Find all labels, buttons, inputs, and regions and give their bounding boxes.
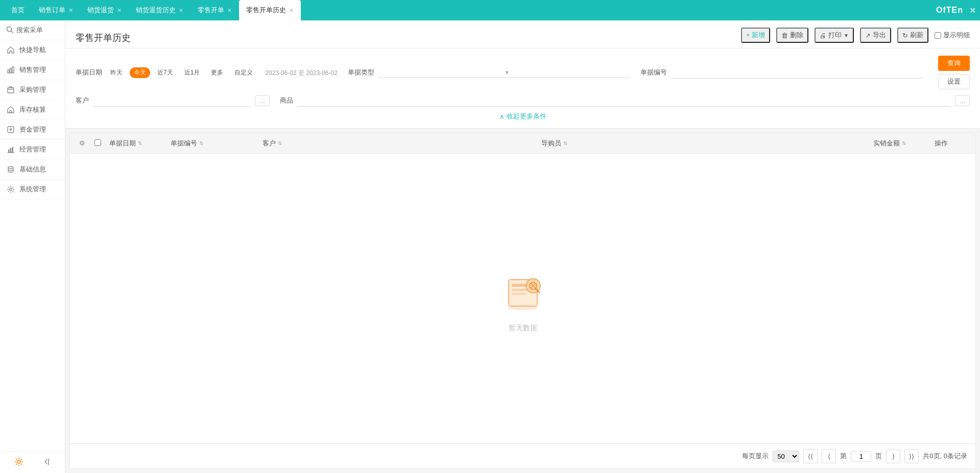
sidebar-item-inventory[interactable]: 库存核算: [0, 100, 65, 120]
date-btn-custom[interactable]: 自定义: [230, 67, 257, 78]
prev-page-btn[interactable]: ⟨: [822, 449, 836, 463]
date-btn-more[interactable]: 更多: [207, 67, 227, 78]
empty-icon: [497, 264, 548, 315]
add-btn[interactable]: + 新增: [741, 28, 770, 43]
next-page-btn[interactable]: ⟩: [886, 449, 900, 463]
doc-type-select[interactable]: ▼: [378, 67, 630, 78]
tab-sales-order[interactable]: 销售订单 ✕: [32, 0, 80, 20]
tab-sales-return[interactable]: 销货退货 ✕: [80, 0, 129, 20]
date-btn-7days[interactable]: 近7天: [153, 67, 177, 78]
tab-retail-history[interactable]: 零售开单历史 ✕: [239, 0, 301, 20]
sidebar-item-quick-nav[interactable]: 快捷导航: [0, 40, 65, 60]
home-icon: [6, 45, 15, 55]
filter-doc-type: 单据类型 ▼: [348, 67, 630, 78]
svg-rect-4: [12, 67, 14, 73]
settings-btn[interactable]: 设置: [938, 74, 970, 89]
print-btn[interactable]: 🖨 打印 ▼: [815, 28, 854, 43]
last-page-btn[interactable]: ⟩⟩: [904, 449, 919, 463]
customer-select-btn[interactable]: ...: [255, 95, 270, 106]
first-page-btn[interactable]: ⟨⟨: [803, 449, 818, 463]
show-detail-checkbox[interactable]: 显示明细: [935, 31, 970, 40]
col-header-num[interactable]: 单据编号 ⇅: [166, 139, 258, 148]
tab-close-retail-history[interactable]: ✕: [289, 7, 294, 14]
tabbar-right: OfTEn ✕: [936, 6, 976, 15]
delete-btn[interactable]: 🗑 删除: [776, 28, 808, 43]
tab-sales-return-history[interactable]: 销货退货历史 ✕: [129, 0, 190, 20]
sort-guide-icon: ⇅: [563, 140, 567, 146]
finance-icon: [6, 125, 15, 134]
collapse-up-icon: ∧: [499, 113, 505, 120]
svg-rect-2: [8, 70, 9, 73]
doc-num-input[interactable]: [671, 66, 923, 79]
filter-row-2: 客户 ... 商品 ...: [76, 94, 970, 107]
page-size-select[interactable]: 50 10 20 100: [773, 451, 799, 462]
tab-close-sales-return-history[interactable]: ✕: [179, 7, 183, 14]
goods-input[interactable]: [297, 94, 951, 107]
column-settings-btn[interactable]: ⚙: [74, 139, 90, 147]
date-btn-1month[interactable]: 近1月: [180, 67, 204, 78]
page-input[interactable]: [851, 451, 871, 462]
sidebar-item-finance[interactable]: 资金管理: [0, 120, 65, 140]
svg-rect-20: [512, 293, 526, 295]
date-btn-today[interactable]: 今天: [130, 67, 150, 78]
goods-select-btn[interactable]: ...: [955, 95, 970, 106]
window-close-btn[interactable]: ✕: [969, 6, 976, 15]
tab-close-sales-return[interactable]: ✕: [117, 7, 122, 14]
sidebar-search[interactable]: 搜索采单: [0, 20, 65, 40]
search-icon: [6, 26, 13, 35]
col-header-date[interactable]: 单据日期 ⇅: [105, 139, 166, 148]
print-dropdown-icon: ▼: [844, 33, 849, 38]
collapse-sidebar-btn[interactable]: [41, 457, 51, 468]
collapse-btn[interactable]: ∧ 收起更多条件: [76, 112, 970, 121]
page-title: 零售开单历史: [76, 32, 131, 44]
svg-point-12: [10, 188, 12, 191]
sort-amount-icon: ⇅: [902, 140, 906, 146]
date-btn-yesterday[interactable]: 昨天: [106, 67, 127, 78]
sidebar-item-operations[interactable]: 经营管理: [0, 140, 65, 160]
filter-goods: 商品 ...: [280, 94, 970, 107]
svg-point-11: [8, 167, 13, 169]
empty-state: 暂无数据: [70, 154, 975, 443]
chevron-down-icon: ▼: [504, 69, 627, 76]
sidebar-item-system[interactable]: 系统管理: [0, 180, 65, 200]
tab-home[interactable]: 首页: [4, 0, 32, 20]
sidebar-item-purchase-mgmt[interactable]: 采购管理: [0, 80, 65, 100]
select-all-checkbox[interactable]: [90, 139, 105, 147]
warehouse-icon: [6, 105, 15, 114]
box-icon: [6, 85, 15, 94]
table-section: ⚙ 单据日期 ⇅ 单据编号 ⇅ 客户 ⇅ 导购员 ⇅: [69, 133, 976, 469]
tab-retail-open[interactable]: 零售开单 ✕: [190, 0, 239, 20]
export-icon: ↗: [865, 32, 871, 39]
settings-icon: [6, 185, 15, 194]
query-btn[interactable]: 查询: [938, 56, 970, 71]
gear-btn[interactable]: [14, 457, 23, 468]
delete-icon: 🗑: [781, 32, 788, 39]
sidebar-item-sales-mgmt[interactable]: 销售管理: [0, 60, 65, 80]
print-icon: 🖨: [820, 32, 826, 39]
date-filters: 昨天 今天 近7天 近1月 更多 自定义: [106, 67, 257, 78]
refresh-btn[interactable]: ↻ 刷新: [897, 28, 928, 43]
filter-row-1: 单据日期 昨天 今天 近7天 近1月 更多 自定义 2023-06-02 至 2…: [76, 56, 970, 89]
customer-input[interactable]: [93, 94, 251, 107]
empty-text: 暂无数据: [509, 323, 537, 333]
filter-customer: 客户 ...: [76, 94, 270, 107]
total-info: 共0页, 0条记录: [923, 452, 967, 461]
filter-date: 单据日期 昨天 今天 近7天 近1月 更多 自定义 2023-06-02 至 2…: [76, 67, 338, 78]
brand-logo: OfTEn: [936, 6, 963, 15]
sidebar-item-base-info[interactable]: 基础信息: [0, 160, 65, 180]
col-header-customer[interactable]: 客户 ⇅: [258, 139, 537, 148]
refresh-icon: ↻: [902, 32, 908, 39]
export-btn[interactable]: ↗ 导出: [860, 28, 891, 43]
pagination: 每页显示 50 10 20 100 ⟨⟨ ⟨ 第 页 ⟩ ⟩⟩ 共0页, 0条记…: [70, 443, 975, 468]
tab-close-sales-order[interactable]: ✕: [68, 7, 73, 14]
sort-num-icon: ⇅: [199, 140, 203, 146]
col-header-guide[interactable]: 导购员 ⇅: [537, 139, 599, 148]
svg-rect-3: [10, 68, 12, 73]
sort-customer-icon: ⇅: [278, 140, 282, 146]
page-header: 零售开单历史 + 新增 🗑 删除 🖨 打印 ▼ ↗ 导出: [65, 20, 980, 48]
col-header-amount[interactable]: 实销金额 ⇅: [869, 139, 930, 148]
svg-point-13: [17, 460, 20, 463]
toolbar: + 新增 🗑 删除 🖨 打印 ▼ ↗ 导出 ↻ 刷新: [741, 28, 970, 48]
tab-close-retail-open[interactable]: ✕: [227, 7, 232, 14]
sidebar-bottom: [0, 452, 65, 473]
